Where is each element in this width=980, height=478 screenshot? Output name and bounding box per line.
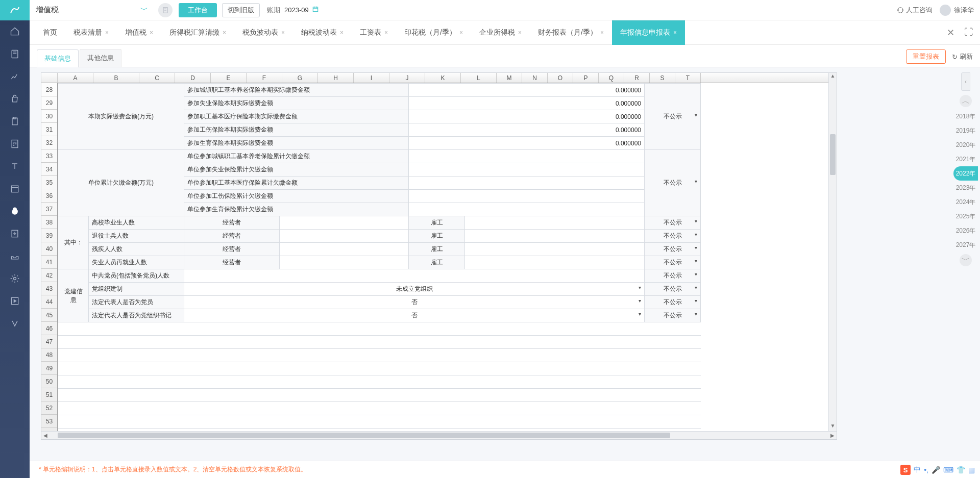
cell-value[interactable] [409, 203, 645, 216]
empty-row[interactable] [58, 349, 701, 362]
empty-row[interactable] [58, 336, 701, 349]
vscroll-thumb[interactable] [830, 134, 836, 175]
refresh-link[interactable]: ↻ 刷新 [952, 52, 973, 61]
cell-value[interactable]: 0.000000 [409, 97, 645, 110]
tab-4[interactable]: 税负波动表× [234, 20, 293, 45]
row-header[interactable]: 38 [41, 216, 57, 229]
subtab-other[interactable]: 其他信息 [80, 49, 121, 67]
ime-punct-icon[interactable]: •, [924, 466, 928, 474]
year-item[interactable]: 2018年 [953, 109, 978, 123]
row-header[interactable]: 53 [41, 415, 57, 428]
nav-play-icon[interactable] [0, 290, 30, 312]
cell-public-dd[interactable]: 不公示 [645, 256, 701, 269]
cell-public-dd[interactable]: 不公示 [645, 84, 701, 150]
tab-1[interactable]: 税表清册× [65, 20, 117, 45]
vertical-scrollbar[interactable]: ▲ ▼ [828, 73, 837, 431]
col-header[interactable]: F [247, 73, 282, 83]
empty-row[interactable] [58, 402, 701, 415]
col-header[interactable]: T [675, 73, 701, 83]
calendar-icon[interactable] [312, 6, 319, 15]
tab-close-icon[interactable]: × [673, 29, 677, 36]
row-header[interactable]: 30 [41, 110, 57, 123]
nav-doc-icon[interactable] [0, 43, 30, 65]
ime-lang[interactable]: 中 [914, 465, 921, 474]
cell-value[interactable] [409, 190, 645, 203]
header-circle-icon[interactable] [158, 3, 173, 17]
nav-clipboard-icon[interactable] [0, 110, 30, 133]
cell-value[interactable]: 0.000000 [409, 137, 645, 150]
cell-value[interactable] [184, 269, 645, 283]
col-header[interactable]: C [139, 73, 175, 83]
company-selector[interactable]: 增值税 ﹀ [36, 5, 148, 15]
tab-close-icon[interactable]: × [105, 29, 109, 36]
year-item[interactable]: 2026年 [953, 223, 978, 238]
row-header[interactable]: 36 [41, 189, 57, 203]
tab-6[interactable]: 工资表× [352, 20, 396, 45]
cell-value[interactable] [409, 163, 645, 177]
year-item[interactable]: 2020年 [953, 138, 978, 152]
empty-row[interactable] [58, 375, 701, 389]
ime-toolbox-icon[interactable]: ▦ [968, 466, 975, 474]
col-header[interactable]: H [318, 73, 354, 83]
cell-value[interactable] [280, 243, 409, 256]
cell-dropdown[interactable]: 否 [184, 309, 645, 322]
ime-badge[interactable]: S [900, 465, 911, 475]
cell-public-dd[interactable]: 不公示 [645, 296, 701, 309]
tab-close-icon[interactable]: × [281, 29, 285, 36]
nav-v-icon[interactable] [0, 312, 30, 335]
row-header[interactable]: 41 [41, 256, 57, 269]
year-rail-handle[interactable]: ‹ [961, 72, 970, 91]
switch-old-button[interactable]: 切到旧版 [222, 3, 260, 17]
ime-mic-icon[interactable]: 🎤 [932, 466, 940, 474]
cell-value[interactable] [409, 150, 645, 163]
empty-row[interactable] [58, 322, 701, 336]
scroll-down-icon[interactable]: ▼ [829, 423, 837, 431]
cell-dropdown[interactable]: 未成立党组织 [184, 283, 645, 296]
col-header[interactable]: N [522, 73, 548, 83]
cell-value[interactable]: 0.000000 [409, 84, 645, 97]
col-header[interactable]: G [282, 73, 318, 83]
year-item[interactable]: 2021年 [953, 152, 978, 166]
cell-value[interactable] [280, 230, 409, 243]
col-header[interactable]: B [93, 73, 139, 83]
nav-date-icon[interactable] [0, 178, 30, 200]
year-item[interactable]: 2024年 [953, 195, 978, 209]
year-item[interactable]: 2025年 [953, 209, 978, 223]
sheet-corner[interactable] [41, 73, 58, 83]
tab-2[interactable]: 增值税× [117, 20, 161, 45]
scroll-right-icon[interactable]: ▶ [828, 432, 837, 439]
col-header[interactable]: L [461, 73, 497, 83]
workspace-button[interactable]: 工作台 [179, 3, 217, 17]
tab-close-icon[interactable]: × [459, 29, 463, 36]
row-header[interactable]: 40 [41, 242, 57, 256]
row-header[interactable]: 48 [41, 348, 57, 362]
tab-3[interactable]: 所得税汇算清缴× [161, 20, 234, 45]
nav-text-icon[interactable] [0, 155, 30, 178]
cell-value[interactable] [409, 177, 645, 190]
hscroll-thumb[interactable] [58, 433, 670, 438]
col-header[interactable]: E [211, 73, 247, 83]
tab-0[interactable]: 首页 [35, 20, 65, 45]
ime-keyboard-icon[interactable]: ⌨ [943, 466, 953, 474]
col-header[interactable]: K [425, 73, 461, 83]
col-header[interactable]: O [548, 73, 573, 83]
col-header[interactable]: I [354, 73, 389, 83]
app-logo[interactable] [0, 0, 30, 20]
row-header[interactable]: 42 [41, 269, 57, 282]
cell-dropdown[interactable]: 否 [184, 296, 645, 309]
tab-close-icon[interactable]: × [340, 29, 344, 36]
row-header[interactable]: 29 [41, 96, 57, 110]
nav-settings-icon[interactable] [0, 267, 30, 290]
tab-close-icon[interactable]: × [384, 29, 388, 36]
empty-row[interactable] [58, 362, 701, 375]
cell-value[interactable] [465, 243, 645, 256]
nav-inbox-icon[interactable] [0, 245, 30, 267]
year-item[interactable]: 2027年 [953, 238, 978, 252]
col-header[interactable]: P [573, 73, 599, 83]
year-next-icon[interactable]: ﹀ [960, 254, 972, 266]
col-header[interactable]: J [389, 73, 425, 83]
cell-value[interactable] [465, 216, 645, 230]
nav-tax-icon[interactable] [0, 200, 30, 222]
row-header[interactable]: 33 [41, 149, 57, 163]
row-header[interactable]: 37 [41, 203, 57, 216]
